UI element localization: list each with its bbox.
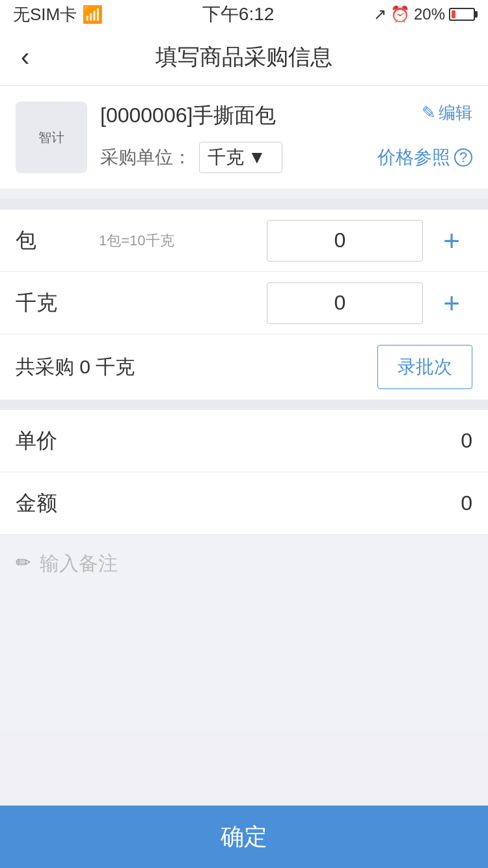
kg-plus-button[interactable]: +: [431, 282, 472, 324]
product-unit-row: 采购单位： 千克 ▼ 价格参照 ?: [100, 142, 472, 173]
wifi-icon: 📶: [82, 5, 103, 25]
divider-2: [0, 400, 488, 410]
kg-label: 千克: [16, 289, 94, 318]
amount-value: 0: [461, 491, 472, 515]
product-thumbnail: 智计: [16, 102, 87, 173]
location-icon: ↗: [373, 5, 386, 23]
record-batch-button[interactable]: 录批次: [377, 345, 472, 389]
battery-icon: [449, 8, 475, 21]
unit-wrapper: 采购单位： 千克 ▼: [100, 142, 282, 173]
question-icon: ?: [454, 148, 472, 167]
kg-input-row: 千克 +: [0, 272, 488, 334]
total-label: 共采购 0 千克: [16, 354, 377, 381]
product-logo: 智计: [38, 129, 64, 146]
product-header: [0000006]手撕面包 ✎ 编辑: [100, 102, 472, 130]
page-title: 填写商品采购信息: [156, 42, 332, 72]
back-button[interactable]: ‹: [16, 37, 34, 77]
edit-button[interactable]: ✎ 编辑: [422, 102, 472, 124]
unit-price-label: 单价: [16, 427, 461, 455]
alarm-icon: ⏰: [390, 5, 410, 23]
amount-row: 金额 0: [0, 472, 488, 535]
nav-bar: ‹ 填写商品采购信息: [0, 29, 488, 86]
bag-label: 包: [16, 226, 94, 255]
status-right: ↗ ⏰ 20%: [373, 5, 475, 23]
bag-input[interactable]: [267, 220, 423, 262]
unit-price-value: 0: [461, 429, 472, 453]
product-name: [0000006]手撕面包: [100, 102, 276, 130]
note-placeholder: 输入备注: [40, 550, 118, 577]
pencil-icon: ✏: [16, 552, 31, 573]
edit-icon: ✎: [422, 103, 436, 123]
kg-input[interactable]: [267, 282, 423, 324]
amount-label: 金额: [16, 489, 461, 518]
carrier-text: 无SIM卡: [13, 3, 77, 26]
bag-plus-button[interactable]: +: [431, 220, 472, 262]
bag-input-row: 包 1包=10千克 +: [0, 210, 488, 272]
dropdown-icon: ▼: [248, 147, 266, 168]
status-time: 下午6:12: [202, 2, 275, 27]
unit-label: 采购单位：: [100, 145, 191, 170]
price-ref-button[interactable]: 价格参照 ?: [377, 145, 472, 170]
bag-sub-label: 1包=10千克: [99, 231, 174, 251]
product-info: [0000006]手撕面包 ✎ 编辑 采购单位： 千克 ▼ 价格参照 ?: [100, 102, 472, 173]
edit-label: 编辑: [439, 102, 472, 124]
note-area[interactable]: ✏ 输入备注: [0, 535, 488, 730]
unit-value: 千克: [208, 145, 244, 170]
product-card: 智计 [0000006]手撕面包 ✎ 编辑 采购单位： 千克 ▼ 价格参照 ?: [0, 86, 488, 189]
status-left: 无SIM卡 📶: [13, 3, 103, 26]
confirm-button[interactable]: 确定: [0, 806, 488, 868]
total-row: 共采购 0 千克 录批次: [0, 334, 488, 400]
status-bar: 无SIM卡 📶 下午6:12 ↗ ⏰ 20%: [0, 0, 488, 29]
price-ref-label: 价格参照: [377, 145, 450, 170]
unit-select[interactable]: 千克 ▼: [199, 142, 282, 173]
battery-percent: 20%: [414, 5, 445, 23]
unit-price-row: 单价 0: [0, 410, 488, 472]
divider-1: [0, 199, 488, 210]
